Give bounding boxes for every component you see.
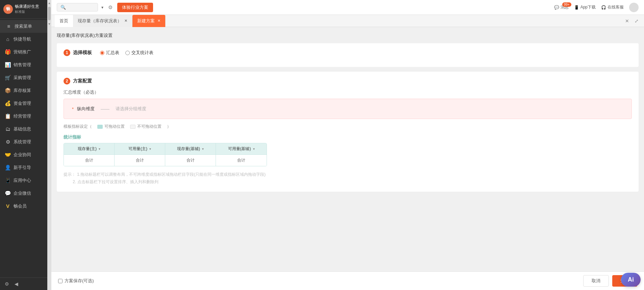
gift-icon: 🎁 [5, 49, 11, 55]
save-checkbox-label[interactable]: 方案保存(可选) [58, 278, 94, 284]
headset-icon: 🎧 [601, 5, 606, 10]
sidebar-footer: ⚙ ◀ [0, 277, 47, 290]
trial-button[interactable]: 体验行业方案 [117, 3, 153, 12]
col4-chevron[interactable]: ▾ [253, 147, 255, 151]
bottom-bar: 方案保存(可选) 取消 查询 [51, 271, 644, 290]
tab-expand-button[interactable]: ⤢ [633, 18, 641, 24]
indicator-col-1[interactable]: 现存量(主) ▾ [64, 143, 115, 154]
radio-summary[interactable]: 汇总表 [100, 50, 119, 56]
tab-close-all-button[interactable]: ✕ [623, 18, 631, 24]
topbar-search-box[interactable]: 🔍 [57, 3, 98, 11]
indicator-legend: 模板指标设定（ 可拖动位置 不可拖动位置 ） [64, 124, 632, 129]
sidebar-item-enterprise[interactable]: 🤝 企业协同 [0, 148, 47, 161]
cell-4: 合计 [216, 155, 267, 166]
sidebar-item-operations[interactable]: 📋 经营管理 [0, 110, 47, 123]
cell-1: 合计 [64, 155, 115, 166]
vip-icon: V [5, 203, 11, 209]
app-download-button[interactable]: 📱 App下载 [574, 4, 596, 10]
sidebar-item-marketing[interactable]: 🎁 营销推广 [0, 46, 47, 58]
sidebar-item-basic-info[interactable]: 🗂 基础信息 [0, 123, 47, 136]
sidebar-item-app-center[interactable]: 📱 应用中心 [0, 174, 47, 187]
legend-draggable-box [97, 125, 103, 129]
tab-inventory-status[interactable]: 现存量（库存状况表） ✕ [73, 15, 132, 27]
page-title: 现存量(库存状况表)方案设置 [57, 32, 639, 39]
scroll-down-button[interactable]: ▼ [47, 22, 52, 26]
clipboard-icon: 📋 [5, 113, 11, 119]
sidebar-item-wechat[interactable]: 💬 企业微信 [0, 187, 47, 200]
hint-text: 提示： 1.拖动标题栏可以调整布局，不可跨维度或指标区域拖动栏目字段(只能在同一… [64, 171, 632, 186]
save-checkbox[interactable] [58, 279, 63, 283]
search-icon: 🔍 [60, 5, 66, 10]
sidebar-item-member[interactable]: V 畅会员 [0, 200, 47, 213]
sidebar-item-newbie[interactable]: 👤 新手引导 [0, 161, 47, 174]
content-area: 现存量(库存状况表)方案设置 1 选择模板 汇总表 交叉统计表 [51, 27, 644, 271]
scroll-up-button[interactable]: ▲ [47, 1, 52, 5]
ai-fab-button[interactable]: Ai [621, 273, 641, 287]
main-area: 🔍 ▾ ⚙ 体验行业方案 💬 消息 99+ 📱 App下载 🎧 在线客服 [51, 0, 644, 290]
legend-fixed-box [130, 125, 135, 129]
sidebar-item-quick-nav[interactable]: ⌂ 快捷导航 [0, 33, 47, 46]
search-input[interactable] [67, 5, 94, 10]
radio-cross[interactable]: 交叉统计表 [125, 50, 153, 56]
indicator-settings-prefix: 模板指标设定（ [64, 124, 92, 129]
message-button[interactable]: 💬 消息 99+ [554, 4, 569, 10]
chat-icon: 💬 [5, 190, 11, 196]
section2-title: 方案配置 [73, 78, 92, 84]
sidebar-logo: 畅 畅康通好生意 标准版 [0, 0, 47, 19]
sidebar-toggle-button[interactable]: ◀ [15, 281, 18, 287]
sidebar-item-finance[interactable]: 💰 资金管理 [0, 97, 47, 110]
tab-home[interactable]: 首页 [55, 15, 73, 27]
sidebar-item-sales[interactable]: 📊 销售管理 [0, 58, 47, 71]
section1-number: 1 [64, 49, 70, 56]
sidebar: 畅 畅康通好生意 标准版 ≡ 搜索菜单 ⌂ 快捷导航 🎁 营销推广 📊 销售管理… [0, 0, 47, 290]
section1-card: 1 选择模板 汇总表 交叉统计表 [57, 43, 639, 67]
indicator-col-4[interactable]: 可用量(基辅) ▾ [216, 143, 267, 154]
topbar-gear-icon[interactable]: ⚙ [108, 4, 113, 10]
person-icon: 👤 [5, 165, 11, 171]
section2-card: 2 方案配置 汇总维度（必选） * 纵向维度 —— 请选择分组维度 模板指标设定… [57, 72, 639, 192]
indicator-section: 统计指标 现存量(主) ▾ 可用量(主) ▾ 现存量(基辅) [64, 134, 632, 166]
customer-service-button[interactable]: 🎧 在线客服 [601, 4, 624, 10]
sidebar-item-inventory[interactable]: 📦 库存核算 [0, 84, 47, 97]
col3-chevron[interactable]: ▾ [202, 147, 204, 151]
hint-section: 提示： 1.拖动标题栏可以调整布局，不可跨维度或指标区域拖动栏目字段(只能在同一… [64, 171, 632, 186]
indicator-col-3[interactable]: 现存量(基辅) ▾ [165, 143, 216, 154]
search-menu-icon: ≡ [6, 23, 12, 29]
app-logo-icon: 畅 [3, 4, 13, 14]
section2-number: 2 [64, 78, 70, 84]
legend-fixed-item: 不可拖动位置 [130, 124, 162, 129]
col2-chevron[interactable]: ▾ [149, 147, 151, 151]
col1-chevron[interactable]: ▾ [99, 147, 100, 151]
home-icon: ⌂ [5, 36, 11, 42]
indicator-col-2[interactable]: 可用量(主) ▾ [115, 143, 165, 154]
scroll-thumb[interactable] [48, 7, 51, 20]
hint-1: 提示： 1.拖动标题栏可以调整布局，不可跨维度或指标区域拖动栏目字段(只能在同一… [64, 171, 632, 178]
tab-close-new-plan[interactable]: ✕ [157, 19, 160, 23]
dimension-box[interactable]: * 纵向维度 —— 请选择分组维度 [64, 99, 632, 119]
box-icon: 📦 [5, 88, 11, 94]
legend-fixed-label: 不可拖动位置 [137, 124, 162, 129]
dimension-placeholder: 请选择分组维度 [116, 106, 146, 112]
required-marker: * [72, 106, 74, 112]
sidebar-scrollbar[interactable]: ▲ ▼ [47, 0, 51, 290]
tab-new-plan[interactable]: 新建方案 ✕ [132, 15, 166, 27]
indicator-data-row: 合计 合计 合计 合计 [64, 154, 267, 166]
dimension-field-label: 纵向维度 [77, 106, 95, 112]
user-avatar[interactable] [629, 3, 639, 12]
cell-2: 合计 [115, 155, 165, 166]
sidebar-item-search[interactable]: ≡ 搜索菜单 [0, 20, 47, 33]
app-logo-text: 畅康通好生意 标准版 [15, 4, 39, 14]
sidebar-item-system[interactable]: ⚙ 系统管理 [0, 136, 47, 148]
folder-icon: 🗂 [5, 126, 11, 132]
sidebar-item-purchase[interactable]: 🛒 采购管理 [0, 71, 47, 84]
handshake-icon: 🤝 [5, 152, 11, 158]
section1-title: 选择模板 [73, 50, 92, 56]
cancel-button[interactable]: 取消 [583, 275, 609, 287]
stats-title: 统计指标 [64, 134, 632, 140]
tab-controls: ✕ ⤢ [623, 18, 641, 24]
sidebar-settings-button[interactable]: ⚙ [5, 281, 9, 287]
phone-icon: 📱 [574, 5, 579, 10]
tab-close-inventory[interactable]: ✕ [124, 19, 127, 23]
topbar-dropdown-button[interactable]: ▾ [101, 5, 103, 10]
section1-header: 1 选择模板 汇总表 交叉统计表 [64, 49, 632, 56]
